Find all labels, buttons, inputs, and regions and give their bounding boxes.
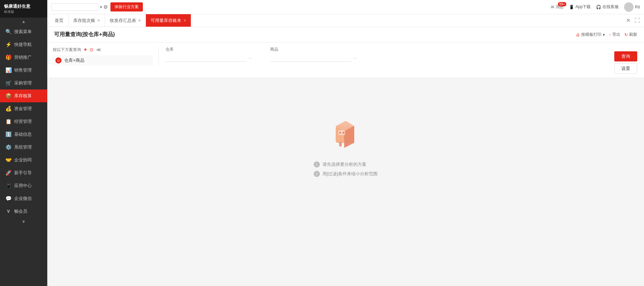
refresh-action[interactable]: ↻ 刷新 (624, 32, 637, 37)
tabs-bar: 首页 库存批次账 ✕ 收发存汇总表 ✕ 可用量库存账本 ✕ ✕ ⛶ (47, 14, 644, 27)
sidebar-item-label: 新手引导 (14, 170, 32, 176)
tab-batch-account[interactable]: 库存批次账 ✕ (69, 14, 105, 27)
export-label: 导出 (612, 32, 620, 37)
app-download-btn[interactable]: 📱 App下载 (569, 4, 591, 10)
tab-home[interactable]: 首页 (50, 14, 69, 27)
online-service-btn[interactable]: 🎧 在线客服 (596, 4, 619, 10)
quick-nav-icon: ⚡ (5, 42, 11, 48)
sidebar-item-member[interactable]: V 畅会员 (0, 205, 47, 218)
sidebar-scroll-up[interactable]: ▲ (0, 18, 47, 25)
scheme-item-icon: ⊙ (55, 57, 61, 63)
search-icon: 🔍 (5, 29, 11, 35)
sidebar: 畅康通好生意 标准版 ▲ 🔍 搜索菜单 ⚡ 快捷导航 🎁 营销推广 📊 销售管理… (0, 0, 47, 286)
user-area[interactable]: Rit (624, 2, 640, 12)
sidebar-item-basic-info[interactable]: ℹ️ 基础信息 (0, 128, 47, 141)
sidebar-item-search[interactable]: 🔍 搜索菜单 (0, 25, 47, 38)
sidebar-item-management[interactable]: 📋 经营管理 (0, 115, 47, 128)
sidebar-item-label: 采购管理 (14, 80, 32, 86)
tab-summary[interactable]: 收发存汇总表 ✕ (105, 14, 146, 27)
tab-summary-close[interactable]: ✕ (138, 19, 141, 22)
sidebar-item-label: 系统管理 (14, 144, 32, 150)
tab-available-close[interactable]: ✕ (183, 19, 186, 22)
sidebar-item-guide[interactable]: 🚀 新手引导 (0, 166, 47, 179)
tab-batch-account-close[interactable]: ✕ (97, 19, 100, 22)
empty-tip-1: 1 请先选择要分析的方案 (314, 161, 378, 167)
tab-available[interactable]: 可用量库存账本 ✕ (146, 14, 191, 27)
sidebar-item-purchase[interactable]: 🛒 采购管理 (0, 77, 47, 89)
guide-icon: 🚀 (5, 170, 11, 176)
tip-text-1: 请先选择要分析的方案 (323, 161, 366, 167)
sidebar-item-system[interactable]: ⚙️ 系统管理 (0, 141, 47, 154)
print-icon: 🖨 (576, 32, 580, 37)
warehouse-input-row: ··· (165, 54, 260, 62)
empty-icon-svg (329, 118, 363, 151)
sidebar-item-sales[interactable]: 📊 销售管理 (0, 64, 47, 77)
export-action[interactable]: ↑ 导出 (609, 32, 620, 37)
sidebar-item-label: 快捷导航 (14, 42, 32, 48)
tab-home-label: 首页 (55, 18, 63, 24)
sidebar-item-enterprise[interactable]: 🤝 企业协同 (0, 154, 47, 166)
refresh-label: 刷新 (629, 32, 637, 37)
settings-btn[interactable]: 设置 (614, 63, 637, 74)
scheme-item-label: 仓库+商品 (64, 57, 84, 63)
collapse-icon[interactable]: ≪ (96, 47, 101, 52)
warehouse-field-label: 仓库 (165, 47, 260, 52)
sidebar-item-label: 畅会员 (14, 208, 27, 214)
headset-icon: 🎧 (596, 5, 601, 9)
management-icon: 📋 (5, 119, 11, 125)
filter-action-btns: 查询 设置 (614, 47, 637, 74)
add-scheme-btn[interactable]: + (84, 47, 87, 53)
sidebar-item-inventory[interactable]: 📦 库存核算 (0, 89, 47, 102)
message-icon: ✉ (551, 5, 554, 9)
tabs-right-actions: ✕ ⛶ (625, 17, 644, 24)
print-label: 按模板打印 (581, 32, 601, 37)
goods-more-icon[interactable]: ··· (353, 55, 357, 60)
sidebar-scroll-down[interactable]: ▼ (0, 218, 47, 226)
sidebar-item-marketing[interactable]: 🎁 营销推广 (0, 51, 47, 64)
scheme-selector: 按以下方案查询 + ⊙ ≪ ⊙ 仓库+商品 (47, 47, 159, 66)
username: Rit (635, 5, 640, 9)
enterprise-icon: 🤝 (5, 157, 11, 163)
goods-field-label: 商品 (270, 47, 365, 52)
online-service-label: 在线客服 (602, 4, 619, 10)
topbar-search-input[interactable] (51, 3, 99, 11)
scheme-label: 按以下方案查询 (53, 47, 81, 53)
trial-btn[interactable]: 体验行业方案 (110, 2, 143, 11)
goods-input[interactable] (270, 54, 351, 62)
warehouse-field: 仓库 ··· (165, 47, 260, 62)
sidebar-scroll: ▲ 🔍 搜索菜单 ⚡ 快捷导航 🎁 营销推广 📊 销售管理 🛒 采购管理 📦 库… (0, 18, 47, 286)
refresh-icon: ↻ (624, 32, 628, 37)
svg-point-5 (342, 132, 344, 134)
sidebar-item-finance[interactable]: 💰 资金管理 (0, 102, 47, 115)
scheme-item-warehouse-goods[interactable]: ⊙ 仓库+商品 (53, 55, 153, 66)
sidebar-item-wecom[interactable]: 💬 企业微信 (0, 192, 47, 205)
topbar-dropdown-icon[interactable]: ▾ (100, 5, 102, 9)
marketing-icon: 🎁 (5, 54, 11, 60)
sidebar-item-label: 基础信息 (14, 131, 32, 137)
member-icon: V (5, 208, 11, 214)
main-area: ▾ ⚙ 体验行业方案 ✉ 消息 99+ 📱 App下载 🎧 在线客服 Rit (47, 0, 644, 286)
message-btn[interactable]: ✉ 消息 99+ (551, 4, 564, 10)
sidebar-item-label: 应用中心 (14, 183, 32, 189)
close-all-btn[interactable]: ✕ (625, 17, 632, 24)
print-action[interactable]: 🖨 按模板打印 ▾ (576, 32, 605, 37)
topbar-search-area: ▾ ⚙ (51, 3, 108, 11)
goods-input-row: ··· (270, 54, 365, 62)
sidebar-item-quick-nav[interactable]: ⚡ 快捷导航 (0, 38, 47, 51)
print-dropdown-icon[interactable]: ▾ (603, 32, 605, 37)
wecom-icon: 💬 (5, 196, 11, 202)
tab-batch-account-label: 库存批次账 (73, 18, 95, 24)
sidebar-item-app-center[interactable]: 📱 应用中心 (0, 179, 47, 192)
sidebar-item-label: 经营管理 (14, 119, 32, 125)
scheme-settings-icon[interactable]: ⊙ (89, 47, 94, 52)
sidebar-item-label: 库存核算 (14, 93, 32, 99)
empty-illustration (326, 114, 366, 155)
maximize-btn[interactable]: ⛶ (633, 18, 641, 24)
query-btn[interactable]: 查询 (614, 51, 637, 61)
sidebar-item-label: 搜索菜单 (14, 29, 32, 35)
tip-num-2: 2 (314, 171, 320, 177)
tip-num-1: 1 (314, 161, 320, 167)
topbar-gear-icon[interactable]: ⚙ (103, 4, 108, 10)
warehouse-more-icon[interactable]: ··· (249, 55, 252, 60)
warehouse-input[interactable] (165, 54, 247, 62)
